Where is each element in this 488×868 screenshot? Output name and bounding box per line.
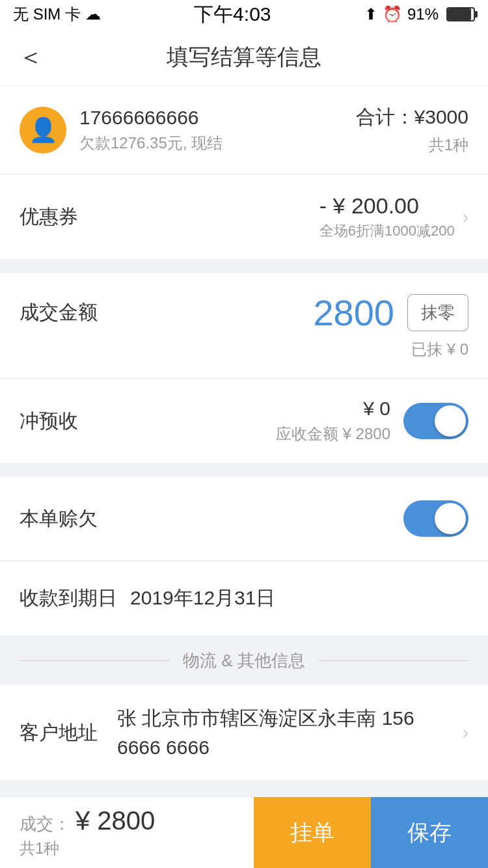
address-right: 张 北京市市辖区海淀区永丰南 156 6666 6666 › bbox=[117, 703, 468, 762]
total-count: 共1种 bbox=[356, 135, 468, 156]
bottom-footer: 成交： ¥ 2800 共1种 挂单 保存 bbox=[0, 796, 488, 868]
precollect-row: 冲预收 ¥ 0 应收金额 ¥ 2800 bbox=[20, 398, 468, 444]
coupon-discount: - ¥ 200.00 bbox=[319, 193, 455, 219]
divider-1 bbox=[0, 260, 488, 273]
debt-section: 本单赊欠 bbox=[0, 477, 488, 560]
logistics-line-left bbox=[20, 660, 170, 661]
status-time: 下午4:03 bbox=[194, 1, 271, 28]
precollect-toggle[interactable] bbox=[403, 403, 468, 439]
debt-toggle-knob bbox=[435, 503, 466, 534]
divider-2 bbox=[0, 464, 488, 477]
battery-percent: 91% bbox=[407, 5, 439, 23]
amount-value: 2800 bbox=[313, 292, 394, 334]
customer-info: 17666666666 欠款1276.35元, 现结 bbox=[79, 107, 223, 154]
coupon-info: - ¥ 200.00 全场6折满1000减200 bbox=[319, 193, 455, 241]
sim-label: 无 SIM 卡 ☁ bbox=[13, 4, 101, 25]
chevron-right-icon: › bbox=[463, 207, 468, 228]
back-button[interactable]: ＜ bbox=[18, 40, 43, 74]
precollect-sub: 应收金额 ¥ 2800 bbox=[276, 424, 390, 444]
debt-label: 本单赊欠 bbox=[20, 506, 98, 532]
status-bar: 无 SIM 卡 ☁ 下午4:03 ⬆ ⏰ 91% bbox=[0, 0, 488, 29]
customer-phone: 17666666666 bbox=[79, 107, 223, 129]
hold-button[interactable]: 挂单 bbox=[254, 797, 371, 869]
status-right: ⬆ ⏰ 91% bbox=[364, 5, 475, 23]
customer-sub: 欠款1276.35元, 现结 bbox=[79, 133, 223, 154]
logistics-divider: 物流 & 其他信息 bbox=[0, 636, 488, 685]
footer-info: 成交： ¥ 2800 共1种 bbox=[0, 806, 254, 859]
logistics-label: 物流 & 其他信息 bbox=[183, 649, 305, 672]
address-chevron-icon: › bbox=[463, 722, 468, 743]
main-content: 👤 17666666666 欠款1276.35元, 现结 合计：¥3000 共1… bbox=[0, 86, 488, 868]
save-button[interactable]: 保存 bbox=[371, 797, 488, 869]
due-date-row: 收款到期日 2019年12月31日 bbox=[20, 585, 468, 612]
status-left: 无 SIM 卡 ☁ bbox=[13, 4, 101, 25]
amount-section: 成交金额 2800 抹零 已抹 ¥ 0 bbox=[0, 273, 488, 378]
coupon-row[interactable]: 优惠券 - ¥ 200.00 全场6折满1000减200 › bbox=[0, 175, 488, 259]
amount-right: 2800 抹零 bbox=[313, 292, 468, 334]
page-header: ＜ 填写结算等信息 bbox=[0, 29, 488, 86]
amount-label: 成交金额 bbox=[20, 299, 98, 326]
customer-left: 👤 17666666666 欠款1276.35元, 现结 bbox=[20, 107, 223, 154]
avatar: 👤 bbox=[20, 107, 66, 154]
due-date-section: 收款到期日 2019年12月31日 bbox=[0, 562, 488, 635]
toggle-knob bbox=[435, 405, 466, 437]
address-section[interactable]: 客户地址 张 北京市市辖区海淀区永丰南 156 6666 6666 › bbox=[0, 685, 488, 780]
page-title: 填写结算等信息 bbox=[167, 42, 321, 72]
round-button[interactable]: 抹零 bbox=[407, 294, 468, 331]
logistics-line-right bbox=[318, 660, 468, 661]
precollect-amount-col: ¥ 0 应收金额 ¥ 2800 bbox=[276, 398, 390, 444]
customer-total: 合计：¥3000 共1种 bbox=[356, 104, 468, 156]
due-date-label: 收款到期日 bbox=[20, 585, 117, 612]
battery-icon bbox=[446, 7, 475, 21]
coupon-label: 优惠券 bbox=[20, 204, 78, 230]
due-date-value: 2019年12月31日 bbox=[130, 585, 275, 612]
coupon-desc: 全场6折满1000减200 bbox=[319, 221, 455, 241]
alarm-icon: ⏰ bbox=[383, 5, 402, 23]
footer-deal-label: 成交： bbox=[20, 813, 70, 835]
precollect-section: 冲预收 ¥ 0 应收金额 ¥ 2800 bbox=[0, 379, 488, 463]
debt-toggle[interactable] bbox=[403, 500, 468, 537]
customer-card: 👤 17666666666 欠款1276.35元, 现结 合计：¥3000 共1… bbox=[0, 86, 488, 174]
footer-count: 共1种 bbox=[20, 838, 234, 859]
total-amount: 合计：¥3000 bbox=[356, 104, 468, 131]
precollect-right: ¥ 0 应收金额 ¥ 2800 bbox=[276, 398, 468, 444]
direction-icon: ⬆ bbox=[364, 5, 377, 23]
amount-row: 成交金额 2800 抹零 bbox=[20, 292, 468, 334]
precollect-value: ¥ 0 bbox=[276, 398, 390, 420]
footer-amount: ¥ 2800 bbox=[75, 806, 155, 835]
address-label: 客户地址 bbox=[20, 720, 98, 746]
amount-sub: 已抹 ¥ 0 bbox=[20, 339, 468, 360]
coupon-right: - ¥ 200.00 全场6折满1000减200 › bbox=[319, 193, 468, 241]
precollect-label: 冲预收 bbox=[20, 408, 78, 435]
address-value: 张 北京市市辖区海淀区永丰南 156 6666 6666 bbox=[117, 703, 457, 762]
